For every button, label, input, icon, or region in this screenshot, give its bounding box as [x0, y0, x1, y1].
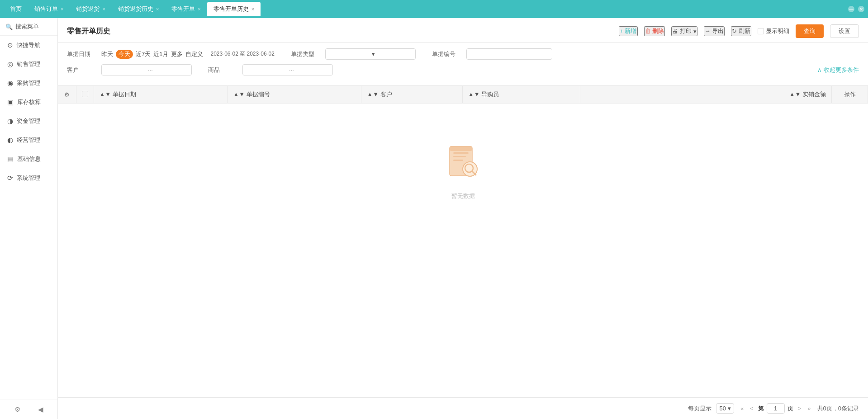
operations-label: 经营管理: [17, 136, 40, 144]
finance-label: 资金管理: [17, 117, 40, 125]
tab-sales-order[interactable]: 销售订单 ×: [28, 2, 70, 16]
date-range-display: 2023-06-02 至 2023-06-02: [210, 50, 274, 58]
tab-close-sales-return-history[interactable]: ×: [156, 6, 159, 12]
th-date[interactable]: ▲▼ 单据日期: [94, 86, 228, 104]
tab-close-sales-return[interactable]: ×: [102, 6, 105, 12]
tab-close-sales-order[interactable]: ×: [61, 6, 63, 12]
sidebar-item-inventory[interactable]: ▣ 库存核算: [0, 93, 57, 112]
table-area: ⚙ ▲▼ 单据日期 ▲▼ 单据编号: [58, 86, 868, 419]
date-custom[interactable]: 自定义: [185, 50, 203, 58]
type-select-chevron: ▾: [372, 51, 411, 57]
th-amount[interactable]: ▲▼ 实销金额: [580, 86, 831, 104]
data-table: ⚙ ▲▼ 单据日期 ▲▼ 单据编号: [58, 86, 868, 104]
th-actions: 操作: [832, 86, 868, 104]
date-yesterday[interactable]: 昨天: [101, 50, 113, 58]
table-header-row: ⚙ ▲▼ 单据日期 ▲▼ 单据编号: [58, 86, 868, 104]
toolbar: + 新增 🗑 删除 🖨 打印 ▾ → 导出 ↻ 刷新 显示明细: [619, 24, 859, 38]
page-prev-button[interactable]: <: [748, 404, 755, 413]
query-button[interactable]: 查询: [796, 24, 824, 38]
system-label: 系统管理: [17, 174, 40, 182]
refresh-button[interactable]: ↻ 刷新: [731, 26, 751, 36]
tab-sales-return-history[interactable]: 销货退货历史 ×: [112, 2, 165, 16]
sidebar-item-sales[interactable]: ◎ 销售管理: [0, 55, 57, 74]
display-detail-toggle[interactable]: 显示明细: [758, 27, 789, 35]
filter-area: 单据日期 昨天 今天 近7天 近1月 更多 自定义 2023-06-02 至 2…: [58, 43, 868, 86]
minimize-button[interactable]: —: [848, 6, 854, 12]
sales-label: 销售管理: [17, 60, 40, 68]
purchase-label: 采购管理: [17, 79, 40, 87]
page-size-label: 每页显示: [688, 405, 711, 413]
date-shortcuts: 昨天 今天 近7天 近1月 更多 自定义: [101, 50, 203, 59]
close-button[interactable]: ✕: [858, 6, 864, 12]
shortcuts-icon: ⊙: [7, 41, 13, 49]
page-size-select[interactable]: 50 ▾: [716, 403, 734, 414]
sidebar-collapse-button[interactable]: ◀: [38, 405, 43, 414]
th-checkbox[interactable]: [76, 86, 94, 104]
th-guide[interactable]: ▲▼ 导购员: [462, 86, 580, 104]
sales-icon: ◎: [7, 60, 13, 68]
th-customer[interactable]: ▲▼ 客户: [361, 86, 463, 104]
filter-row-1: 单据日期 昨天 今天 近7天 近1月 更多 自定义 2023-06-02 至 2…: [67, 48, 859, 60]
page-title: 零售开单历史: [67, 27, 110, 36]
tab-close-retail-order[interactable]: ×: [198, 6, 200, 12]
delete-button[interactable]: 🗑 删除: [644, 26, 665, 36]
collapse-button[interactable]: ∧ 收起更多条件: [817, 66, 859, 74]
goods-label: 商品: [208, 66, 235, 74]
page-label-before: 第: [758, 405, 764, 413]
page-next-button[interactable]: >: [796, 404, 803, 413]
tab-close-retail-order-history[interactable]: ×: [251, 6, 254, 12]
basics-label: 基础信息: [17, 155, 41, 163]
date-today[interactable]: 今天: [116, 50, 133, 59]
tab-home[interactable]: 首页: [4, 2, 28, 16]
tab-retail-order-history[interactable]: 零售开单历史 ×: [207, 2, 261, 16]
th-number[interactable]: ▲▼ 单据编号: [228, 86, 361, 104]
sidebar-item-system[interactable]: ⟳ 系统管理: [0, 169, 57, 188]
goods-select[interactable]: ···: [242, 64, 333, 75]
table-wrapper: ⚙ ▲▼ 单据日期 ▲▼ 单据编号: [58, 86, 868, 397]
inventory-label: 库存核算: [17, 98, 41, 106]
page-number-input[interactable]: [767, 403, 785, 414]
goods-dots: ···: [289, 66, 328, 73]
checkbox-display-detail[interactable]: [758, 28, 764, 34]
sidebar-item-basics[interactable]: ▤ 基础信息: [0, 150, 57, 169]
tab-retail-order[interactable]: 零售开单 ×: [165, 2, 207, 16]
collapse-icon: ∧: [817, 66, 822, 73]
tab-sales-return[interactable]: 销货退货 ×: [70, 2, 111, 16]
number-label: 单据编号: [432, 50, 459, 58]
sidebar-item-shortcuts[interactable]: ⊙ 快捷导航: [0, 36, 57, 55]
date-more[interactable]: 更多: [171, 50, 183, 58]
customer-select[interactable]: ···: [101, 64, 192, 75]
settings-gear-button[interactable]: ⚙: [14, 405, 20, 414]
sidebar-search[interactable]: 🔍 搜索菜单: [0, 18, 57, 36]
th-settings[interactable]: ⚙: [58, 86, 76, 104]
date-label: 单据日期: [67, 50, 94, 58]
export-button[interactable]: → 导出: [704, 26, 725, 36]
date-1month[interactable]: 近1月: [153, 50, 168, 58]
sidebar: 🔍 搜索菜单 ⊙ 快捷导航 ◎ 销售管理 ◉ 采购管理 ▣ 库存核算 ◑ 资金管…: [0, 18, 58, 419]
sidebar-item-purchase[interactable]: ◉ 采购管理: [0, 74, 57, 93]
page-first-button[interactable]: «: [739, 404, 745, 413]
number-input[interactable]: [466, 48, 552, 60]
customer-label: 客户: [67, 66, 94, 74]
type-select[interactable]: ▾: [325, 48, 416, 60]
print-dropdown-icon: ▾: [693, 28, 697, 35]
filter-settings-button[interactable]: 设置: [830, 24, 859, 38]
select-all-checkbox[interactable]: [82, 91, 88, 97]
page-total: 共0页，0条记录: [817, 405, 859, 413]
add-button[interactable]: + 新增: [619, 26, 637, 36]
filter-row-2: 客户 ··· 商品 ··· ∧ 收起更多条件: [67, 64, 859, 75]
customer-dots: ···: [148, 66, 187, 73]
sidebar-item-finance[interactable]: ◑ 资金管理: [0, 112, 57, 131]
sidebar-item-operations[interactable]: ◐ 经营管理: [0, 131, 57, 150]
empty-icon: [441, 140, 486, 185]
date-7days[interactable]: 近7天: [136, 50, 151, 58]
system-icon: ⟳: [7, 174, 13, 182]
type-label: 单据类型: [291, 50, 318, 58]
inventory-icon: ▣: [7, 98, 14, 106]
tab-bar: 首页 销售订单 × 销货退货 × 销货退货历史 × 零售开单 × 零售开单历史 …: [0, 0, 868, 18]
page-last-button[interactable]: »: [806, 404, 812, 413]
empty-text: 暂无数据: [451, 192, 475, 200]
purchase-icon: ◉: [7, 79, 13, 87]
finance-icon: ◑: [7, 117, 13, 125]
print-button[interactable]: 🖨 打印 ▾: [671, 26, 697, 36]
